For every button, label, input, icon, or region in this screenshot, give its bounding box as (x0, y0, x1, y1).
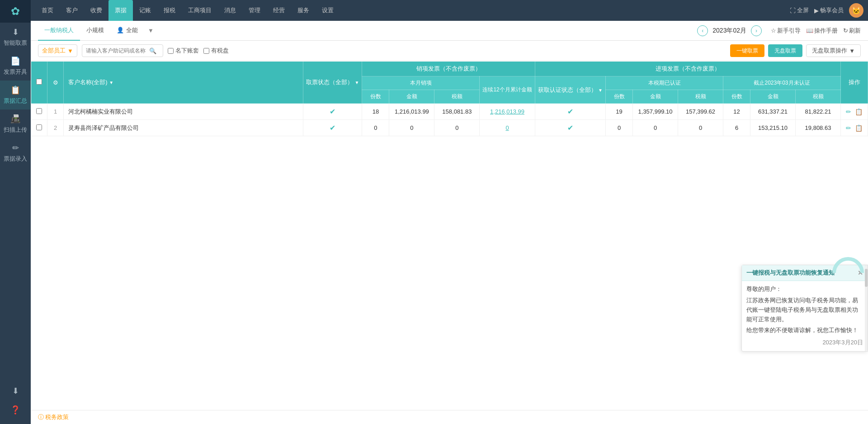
has-tax-disk-filter[interactable]: 有税盘 (203, 47, 229, 55)
nav-bookkeeping[interactable]: 记账 (133, 0, 157, 21)
col-operation-th: 操作 (841, 62, 868, 104)
nav-tax[interactable]: 报税 (157, 0, 182, 21)
sidebar-item-invoice-summary[interactable]: 📋 票据汇总 (0, 81, 31, 110)
tab-small[interactable]: 小规模 (80, 21, 110, 41)
deadline-tax: 19,808.63 (796, 120, 841, 136)
download-icon: ⬇ (12, 386, 19, 396)
ops-dropdown-icon: ▼ (849, 48, 855, 54)
copy-icon[interactable]: 📋 (855, 108, 863, 115)
nav-business[interactable]: 工商项目 (182, 0, 218, 21)
nav-operation[interactable]: 经营 (267, 0, 291, 21)
consecutive-amount[interactable]: 1,216,013.99 (480, 104, 535, 120)
select-all-checkbox[interactable] (36, 79, 42, 85)
customer-name: 灵寿县尚泽矿产品有限公司 (64, 120, 303, 136)
sidebar-item-label: 票据录入 (4, 155, 27, 163)
nav-service[interactable]: 服务 (291, 0, 316, 21)
nav-home[interactable]: 首页 (35, 0, 60, 21)
col-sales-tax: 税额 (434, 90, 480, 104)
app-logo[interactable]: ✿ (0, 0, 31, 23)
row-checkbox-cell[interactable] (31, 120, 47, 136)
one-key-fetch-button[interactable]: 一键取票 (730, 44, 764, 57)
row-checkbox-cell[interactable] (31, 104, 47, 120)
nav-billing[interactable]: 收费 (84, 0, 108, 21)
sidebar-item-download[interactable]: ⬇ (0, 381, 31, 400)
tax-policy-label: 税务政策 (45, 413, 69, 421)
new-guide-link[interactable]: ☆ 新手引导 (771, 27, 801, 35)
all-tab-icon: 👤 (117, 27, 124, 33)
col-deadline-tax: 税额 (796, 90, 841, 104)
sidebar-item-data-entry[interactable]: ✏ 票据录入 (0, 138, 31, 167)
sidebar-item-scan-upload[interactable]: 📠 扫描上传 (0, 110, 31, 138)
invoice-table-wrap: ⚙ 客户名称(全部) ▼ 取票状态（全部） ▼ 销项发票（不含作废票） 进项发票… (31, 61, 868, 410)
row-checkbox[interactable] (36, 124, 42, 130)
manual-link[interactable]: 📖 操作手册 (806, 27, 838, 35)
deadline-tax: 81,822.21 (796, 104, 841, 120)
table-row: 2 灵寿县尚泽矿产品有限公司 ✔ 0 0 0 0 ✔ 0 0 0 6 153,2… (31, 120, 868, 136)
no-disk-fetch-button[interactable]: 无盘取票 (768, 44, 802, 57)
sidebar-item-smart-fetch[interactable]: ⬇ 智能取票 (0, 23, 31, 52)
nav-settings[interactable]: 设置 (316, 0, 340, 21)
top-nav: 首页 客户 收费 票据 记账 报税 工商项目 消息 管理 经营 服务 设置 ⛶ … (31, 0, 868, 21)
nav-invoice[interactable]: 票据 (108, 0, 133, 21)
action-bar: 全部员工 ▼ 🔍 名下账套 有税盘 一键取票 无盘取票 无盘取票操作 ▼ (31, 41, 868, 61)
row-checkbox[interactable] (36, 108, 42, 114)
monthly-count: 0 (362, 120, 389, 136)
consecutive-amount-link[interactable]: 0 (505, 124, 509, 131)
consecutive-amount[interactable]: 0 (480, 120, 535, 136)
deadline-amount: 631,337.21 (750, 104, 796, 120)
search-input[interactable] (86, 48, 149, 54)
employee-filter[interactable]: 全部员工 ▼ (38, 44, 77, 57)
sub-account-checkbox[interactable] (168, 48, 174, 54)
no-disk-ops-button[interactable]: 无盘取票操作 ▼ (806, 44, 861, 57)
get-status: ✔ (535, 104, 605, 120)
data-entry-icon: ✏ (12, 143, 19, 153)
col-current-amount: 金额 (633, 90, 678, 104)
edit-icon[interactable]: ✏ (846, 108, 851, 115)
current-count: 19 (606, 104, 633, 120)
tax-policy-link[interactable]: ⓘ 税务政策 (38, 413, 69, 421)
new-guide-icon: ☆ (771, 27, 776, 34)
copy-icon[interactable]: 📋 (855, 124, 863, 132)
sidebar-item-help[interactable]: ❓ (0, 400, 31, 419)
col-sales-count: 份数 (362, 90, 389, 104)
edit-icon[interactable]: ✏ (846, 124, 851, 132)
current-tax: 157,399.62 (678, 104, 723, 120)
monthly-tax: 0 (434, 120, 480, 136)
fullscreen-button[interactable]: ⛶ 全屏 (790, 6, 809, 14)
col-checkbox (31, 62, 47, 104)
tab-general[interactable]: 一般纳税人 (38, 21, 80, 41)
nav-message[interactable]: 消息 (218, 0, 242, 21)
current-tax: 0 (678, 120, 723, 136)
date-next-button[interactable]: › (751, 25, 762, 36)
col-deadline-th: 截止2023年03月未认证 (723, 76, 841, 90)
tab-all[interactable]: 👤 全能 (110, 21, 144, 41)
search-icon[interactable]: 🔍 (149, 48, 156, 54)
nav-management[interactable]: 管理 (242, 0, 267, 21)
dropdown-icon: ▼ (67, 48, 73, 54)
user-avatar[interactable]: 🐱 (849, 3, 863, 18)
date-prev-button[interactable]: ‹ (697, 25, 708, 36)
refresh-link[interactable]: ↻ 刷新 (843, 27, 861, 35)
col-sales-header: 销项发票（不含作废票） (362, 62, 535, 76)
member-button[interactable]: ▶ 畅享会员 (814, 6, 844, 14)
nav-customer[interactable]: 客户 (60, 0, 84, 21)
manual-icon: 📖 (806, 27, 813, 34)
consecutive-amount-link[interactable]: 1,216,013.99 (490, 108, 524, 115)
col-get-status-th: 获取认证状态（全部） ▼ (535, 76, 605, 104)
take-status-icon: ✔ (330, 108, 335, 115)
current-date: 2023年02月 (712, 27, 746, 35)
sidebar-item-issue-invoice[interactable]: 📄 发票开具 (0, 52, 31, 81)
deadline-count: 6 (723, 120, 750, 136)
col-customer-th: 客户名称(全部) ▼ (64, 62, 303, 104)
notification-date: 2023年3月20日 (746, 338, 863, 348)
topnav-right: ⛶ 全屏 ▶ 畅享会员 🐱 (790, 3, 863, 18)
customer-name: 河北柯橘楠实业有限公司 (64, 104, 303, 120)
deadline-count: 12 (723, 104, 750, 120)
tab-more-button[interactable]: ▼ (144, 27, 157, 34)
col-take-status-th: 取票状态（全部） ▼ (303, 62, 362, 104)
sub-account-filter[interactable]: 名下账套 (168, 47, 199, 55)
notification-line3: 给您带来的不便敬请谅解，祝您工作愉快！ (746, 326, 863, 335)
col-current-count: 份数 (606, 90, 633, 104)
sidebar-item-label: 发票开具 (4, 68, 27, 76)
has-tax-disk-checkbox[interactable] (203, 48, 209, 54)
